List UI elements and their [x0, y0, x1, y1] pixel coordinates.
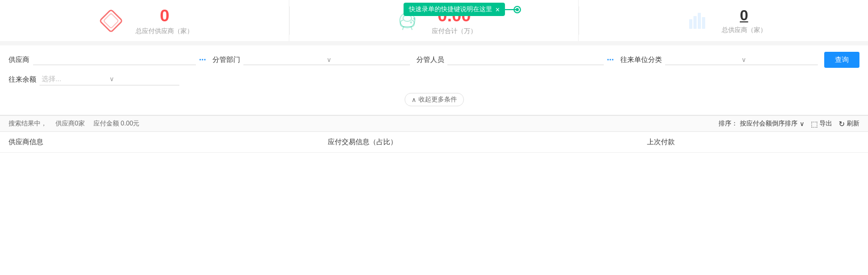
total-suppliers-label: 总供应商（家） — [722, 26, 767, 35]
svg-rect-6 — [693, 16, 697, 29]
department-filter: 分管部门 ∨ — [212, 55, 410, 65]
diamond-icon — [95, 9, 127, 33]
collapse-label: 收起更多条件 — [419, 95, 457, 104]
result-supplier-count: 供应商0家 — [56, 119, 85, 128]
unit-select[interactable]: ∨ — [665, 55, 818, 65]
person-dots-btn[interactable]: ··· — [607, 55, 614, 65]
payable-suppliers-number: 0 — [160, 5, 169, 26]
svg-rect-7 — [698, 13, 701, 29]
person-label: 分管人员 — [416, 55, 444, 65]
svg-rect-0 — [100, 9, 122, 32]
payable-suppliers-label: 总应付供应商（家） — [136, 27, 193, 36]
table-header-row: 供应商信息 应付交易信息（占比） 上次付款 — [0, 132, 868, 153]
barchart-icon — [681, 9, 713, 33]
refresh-icon: ↻ — [839, 120, 845, 128]
payable-total-card: 快速录单的快捷键说明在这里 × 0.00 应付合计（万） — [290, 0, 579, 41]
total-suppliers-card: 0 总供应商（家） — [579, 0, 868, 41]
department-arrow-icon: ∨ — [327, 56, 408, 64]
tooltip-dot — [515, 7, 520, 12]
query-button[interactable]: 查询 — [824, 52, 859, 68]
table-body — [0, 153, 868, 275]
top-summary-section: 0 总应付供应商（家） 快速录单的快捷键说明在这里 × 0.00 应付合计（万） — [0, 0, 868, 41]
collapse-button[interactable]: ∧ 收起更多条件 — [405, 93, 464, 106]
payable-suppliers-content: 0 总应付供应商（家） — [136, 5, 193, 36]
svg-point-4 — [410, 21, 412, 23]
balance-select[interactable]: 选择... ∨ — [40, 73, 179, 85]
unit-filter: 往来单位分类 ∨ — [620, 55, 818, 65]
result-info: 搜索结果中， 供应商0家 应付金额 0.00元 — [9, 119, 139, 128]
table-header-col3: 上次付款 — [647, 137, 860, 147]
total-suppliers-number[interactable]: 0 — [740, 6, 748, 25]
table-header-col1: 供应商信息 — [9, 137, 328, 147]
svg-rect-5 — [689, 19, 692, 29]
sort-arrow-icon: ∨ — [800, 120, 804, 128]
person-filter: 分管人员 ··· — [416, 54, 614, 65]
filter-row-1: 供应商 ··· 分管部门 ∨ 分管人员 ··· 往来单位分类 ∨ — [9, 52, 859, 68]
filter-row-2: 往来余额 选择... ∨ — [9, 73, 179, 85]
result-prefix: 搜索结果中， — [9, 119, 47, 128]
payable-suppliers-card: 0 总应付供应商（家） — [0, 0, 289, 41]
unit-label: 往来单位分类 — [620, 55, 662, 65]
table-section: 供应商信息 应付交易信息（占比） 上次付款 — [0, 132, 868, 275]
refresh-label: 刷新 — [847, 119, 859, 128]
tooltip-text: 快速录单的快捷键说明在这里 — [409, 5, 492, 14]
payable-total-label: 应付合计（万） — [432, 27, 477, 36]
supplier-label: 供应商 — [9, 55, 30, 65]
svg-rect-8 — [702, 17, 705, 29]
export-label: 导出 — [819, 119, 832, 128]
shortcut-tooltip: 快速录单的快捷键说明在这里 × — [404, 3, 505, 16]
export-icon: ⬚ — [811, 120, 818, 128]
collapse-bar: ∧ 收起更多条件 — [9, 91, 859, 111]
person-input[interactable] — [447, 54, 604, 65]
total-suppliers-content: 0 总供应商（家） — [722, 6, 767, 35]
sort-value: 按应付会额倒序排序 — [740, 119, 798, 128]
collapse-icon: ∧ — [412, 96, 416, 104]
department-label: 分管部门 — [212, 55, 240, 65]
department-select[interactable]: ∨ — [243, 55, 410, 65]
unit-arrow-icon: ∨ — [741, 56, 816, 64]
supplier-dots-btn[interactable]: ··· — [199, 55, 206, 65]
result-amount-label: 应付金额 — [93, 120, 119, 127]
tooltip-close-btn[interactable]: × — [495, 6, 500, 13]
filter-section: 供应商 ··· 分管部门 ∨ 分管人员 ··· 往来单位分类 ∨ — [0, 45, 868, 115]
result-amount-value: 0.00元 — [121, 120, 139, 127]
supplier-input[interactable] — [33, 54, 196, 65]
result-amount: 应付金额 0.00元 — [93, 119, 140, 128]
export-button[interactable]: ⬚ 导出 — [811, 119, 832, 128]
sort-label: 排序： — [719, 119, 738, 128]
balance-filter: 往来余额 选择... ∨ — [9, 73, 179, 85]
balance-placeholder: 选择... — [42, 74, 109, 84]
sort-selector[interactable]: 排序： 按应付会额倒序排序 ∨ — [719, 119, 804, 128]
refresh-button[interactable]: ↻ 刷新 — [839, 119, 859, 128]
supplier-filter: 供应商 ··· — [9, 54, 206, 65]
result-actions: 排序： 按应付会额倒序排序 ∨ ⬚ 导出 ↻ 刷新 — [719, 119, 859, 128]
balance-label: 往来余额 — [9, 75, 36, 84]
table-header-col2: 应付交易信息（占比） — [328, 137, 647, 147]
result-bar: 搜索结果中， 供应商0家 应付金额 0.00元 排序： 按应付会额倒序排序 ∨ … — [0, 115, 868, 132]
balance-arrow-icon: ∨ — [109, 75, 177, 83]
